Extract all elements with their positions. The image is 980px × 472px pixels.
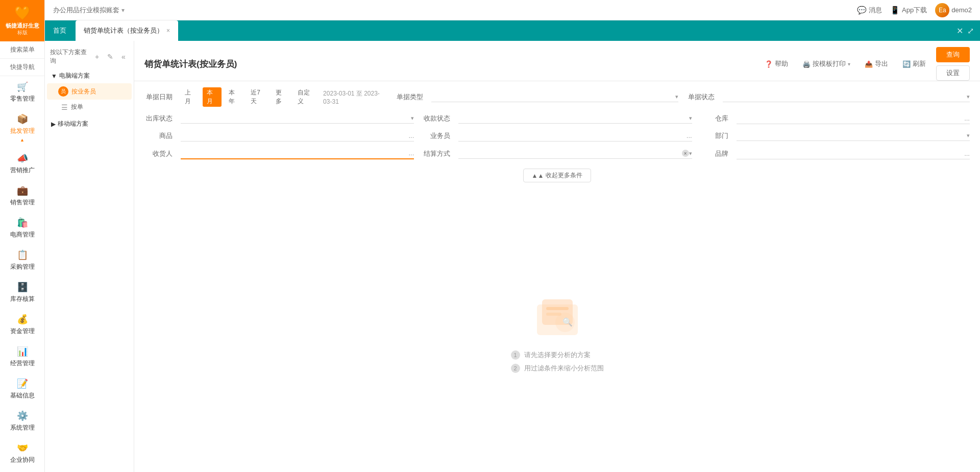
mobile-section-header[interactable]: ▶ 移动端方案 bbox=[47, 116, 132, 131]
topbar: 办公用品行业模拟账套 ▾ 💬 消息 📱 App下载 Ea demo2 bbox=[45, 0, 980, 20]
empty-step-1: 1 请先选择要分析的方案 bbox=[511, 350, 604, 360]
svg-text:🔍: 🔍 bbox=[562, 317, 573, 327]
sidebar-search[interactable]: 搜索菜单 bbox=[0, 41, 44, 59]
message-btn[interactable]: 💬 消息 bbox=[857, 6, 882, 15]
salesperson-dots[interactable]: ... bbox=[687, 132, 692, 139]
panel-edit-btn[interactable]: ✎ bbox=[105, 52, 115, 62]
goods-field[interactable]: ... bbox=[181, 130, 414, 141]
consignee-field[interactable]: ... bbox=[181, 148, 414, 159]
refresh-btn[interactable]: 🔄 刷新 bbox=[898, 57, 930, 70]
date-btn-custom[interactable]: 自定义 bbox=[293, 87, 318, 107]
settings-btn[interactable]: 设置 bbox=[936, 65, 970, 81]
brand-label: 品牌 bbox=[700, 149, 728, 158]
app-download-btn[interactable]: 📱 App下载 bbox=[890, 6, 927, 15]
refresh-icon: 🔄 bbox=[902, 60, 911, 68]
avatar: Ea bbox=[935, 3, 949, 17]
tab-sales-stat[interactable]: 销货单统计表（按业务员） × bbox=[76, 20, 178, 41]
breadcrumb-dropdown[interactable]: ▾ bbox=[121, 7, 125, 14]
mobile-section: ▶ 移动端方案 bbox=[45, 116, 134, 131]
payment-field[interactable]: ▾ bbox=[458, 113, 692, 124]
consignee-input[interactable] bbox=[181, 149, 408, 157]
sidebar-item-purchase[interactable]: 📋 采购管理 bbox=[0, 244, 44, 276]
filter-row-1: 单据日期 上月 本月 本年 近7天 更多 自定义 2023-03-01 至 20… bbox=[144, 87, 970, 107]
brand-dots[interactable]: ... bbox=[964, 150, 970, 157]
docstatus-field[interactable]: ▾ bbox=[723, 92, 970, 102]
page-header-actions: ❓ 帮助 🖨️ 按模板打印 ▾ 📤 导出 🔄 刷新 bbox=[761, 47, 970, 81]
tab-home[interactable]: 首页 bbox=[45, 20, 75, 41]
empty-steps: 1 请先选择要分析的方案 2 用过滤条件来缩小分析范围 bbox=[511, 350, 604, 373]
finance-icon: 💰 bbox=[17, 314, 28, 325]
sidebar-item-wholesale[interactable]: 📦 批发管理 ▲ bbox=[0, 108, 44, 148]
purchase-icon: 📋 bbox=[17, 249, 28, 261]
sidebar-item-basic[interactable]: 📝 基础信息 bbox=[0, 373, 44, 405]
collapse-more-btn[interactable]: ▲▲ 收起更多条件 bbox=[523, 169, 592, 182]
consignee-label: 收货人 bbox=[144, 149, 173, 158]
user-profile[interactable]: Ea demo2 bbox=[935, 3, 972, 17]
settlement-field[interactable]: × ▾ bbox=[458, 148, 692, 159]
filter-row-3: 商品 ... 业务员 ... 部门 ▾ bbox=[144, 130, 970, 141]
sidebar-item-operation[interactable]: 📊 经营管理 bbox=[0, 341, 44, 373]
sidebar-item-finance[interactable]: 💰 资金管理 bbox=[0, 309, 44, 341]
help-btn[interactable]: ❓ 帮助 bbox=[761, 57, 792, 70]
consignee-dots[interactable]: ... bbox=[408, 149, 414, 157]
tabbar: 首页 销货单统计表（按业务员） × ✕ ⤢ bbox=[45, 20, 980, 41]
panel-collapse-btn[interactable]: « bbox=[118, 52, 129, 62]
panel-header-actions: + ✎ « bbox=[92, 52, 129, 62]
warehouse-dots[interactable]: ... bbox=[964, 114, 970, 122]
filter-area: 单据日期 上月 本月 本年 近7天 更多 自定义 2023-03-01 至 20… bbox=[134, 81, 980, 190]
sidebar-item-retail[interactable]: 🛒 零售管理 bbox=[0, 76, 44, 108]
brand-field[interactable]: ... bbox=[737, 148, 970, 159]
sidebar-item-enterprise[interactable]: 🤝 企业协同 bbox=[0, 437, 44, 469]
query-btn[interactable]: 查询 bbox=[936, 47, 970, 62]
settlement-clear-btn[interactable]: × bbox=[682, 150, 689, 157]
panel-header: 按以下方案查询 + ✎ « bbox=[45, 45, 134, 68]
system-icon: ⚙️ bbox=[17, 410, 28, 421]
sidebar-item-inventory[interactable]: 🗄️ 库存核算 bbox=[0, 276, 44, 309]
sidebar-item-system[interactable]: ⚙️ 系统管理 bbox=[0, 405, 44, 437]
scheme-order[interactable]: ☰ 按单 bbox=[47, 100, 132, 114]
docstatus-arrow: ▾ bbox=[967, 93, 970, 100]
doctype-field[interactable]: ▾ bbox=[431, 92, 678, 102]
sidebar: 🧡 畅捷通好生意 标版 搜索菜单 快捷导航 🛒 零售管理 📦 批发管理 ▲ 📣 … bbox=[0, 0, 45, 472]
goods-dots[interactable]: ... bbox=[408, 132, 414, 139]
dept-field[interactable]: ▾ bbox=[737, 131, 970, 141]
tab-expand-icon[interactable]: ⤢ bbox=[967, 26, 974, 36]
breadcrumb: 办公用品行业模拟账套 ▾ bbox=[53, 6, 851, 15]
retail-icon: 🛒 bbox=[17, 81, 28, 92]
payment-arrow: ▾ bbox=[689, 115, 692, 122]
sidebar-item-sales[interactable]: 💼 销售管理 bbox=[0, 180, 44, 212]
panel-add-btn[interactable]: + bbox=[92, 52, 102, 62]
date-btn-more[interactable]: 更多 bbox=[272, 87, 290, 107]
date-btn-thismonth[interactable]: 本月 bbox=[203, 87, 222, 107]
date-btn-thisyear[interactable]: 本年 bbox=[225, 87, 243, 107]
tab-close-window-icon[interactable]: ✕ bbox=[957, 26, 963, 36]
main-area: 办公用品行业模拟账套 ▾ 💬 消息 📱 App下载 Ea demo2 首页 销货… bbox=[45, 0, 980, 472]
sidebar-item-newuser[interactable]: 🎯 新手引导 bbox=[0, 469, 44, 472]
topbar-actions: 💬 消息 📱 App下载 Ea demo2 bbox=[857, 3, 972, 17]
outstatus-field[interactable]: ▾ bbox=[181, 113, 414, 124]
scheme-salesperson[interactable]: 员 按业务员 bbox=[47, 83, 132, 100]
sales-icon: 💼 bbox=[17, 185, 28, 196]
doctype-arrow: ▾ bbox=[675, 93, 678, 100]
sidebar-item-marketing[interactable]: 📣 营销推广 bbox=[0, 148, 44, 180]
date-label: 单据日期 bbox=[144, 92, 173, 102]
scheme-dot: 员 bbox=[58, 86, 68, 97]
settlement-label: 结算方式 bbox=[422, 149, 450, 158]
goods-label: 商品 bbox=[144, 131, 173, 140]
logo-icon: 🧡 bbox=[14, 5, 31, 21]
export-btn[interactable]: 📤 导出 bbox=[861, 57, 892, 70]
sidebar-shortcut[interactable]: 快捷导航 bbox=[0, 59, 44, 76]
tab-close-btn[interactable]: × bbox=[166, 27, 170, 34]
operation-icon: 📊 bbox=[17, 346, 28, 357]
desktop-section-header[interactable]: ▼ 电脑端方案 bbox=[47, 68, 132, 83]
template-print-btn[interactable]: 🖨️ 按模板打印 ▾ bbox=[798, 57, 854, 70]
settlement-arrow: ▾ bbox=[689, 150, 692, 157]
salesperson-field[interactable]: ... bbox=[458, 130, 692, 141]
date-range: 2023-03-01 至 2023-03-31 bbox=[323, 89, 386, 105]
ecommerce-icon: 🛍️ bbox=[17, 217, 28, 228]
date-btn-7days[interactable]: 近7天 bbox=[247, 87, 268, 107]
logo-text: 畅捷通好生意 bbox=[6, 22, 39, 29]
sidebar-item-ecommerce[interactable]: 🛍️ 电商管理 bbox=[0, 212, 44, 244]
warehouse-field[interactable]: ... bbox=[737, 113, 970, 124]
date-btn-lastmonth[interactable]: 上月 bbox=[181, 87, 200, 107]
